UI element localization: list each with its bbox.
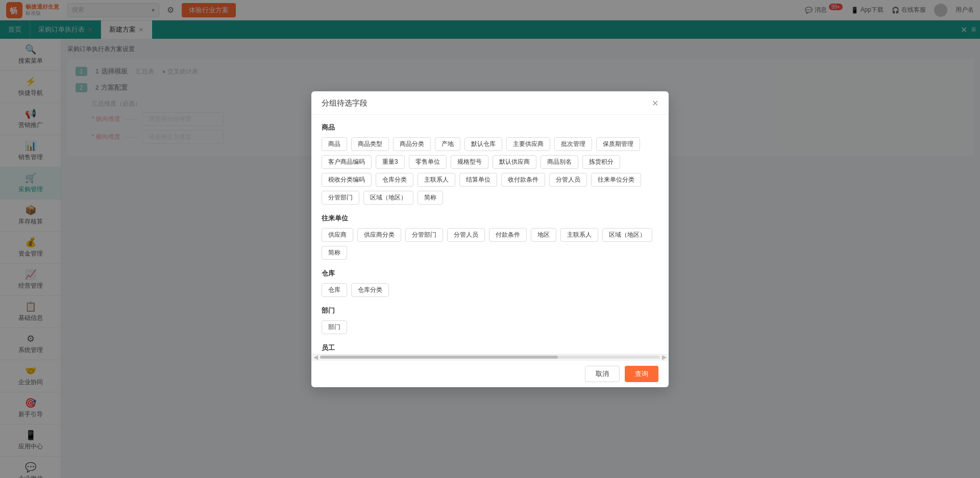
section-warehouse: 仓库 仓库 仓库分类 — [322, 269, 658, 297]
field-tag-supervisor[interactable]: 分管人员 — [549, 173, 587, 187]
modal-field-select: 分组待选字段 ✕ 商品 商品 商品类型 商品分类 产地 默认 — [311, 91, 669, 387]
field-tag-goods[interactable]: 商品 — [322, 137, 347, 151]
field-tag-dept-managed[interactable]: 分管部门 — [322, 191, 359, 205]
field-tag-batch-mgmt[interactable]: 批次管理 — [554, 137, 592, 151]
field-tag-goods-alias[interactable]: 商品别名 — [541, 155, 578, 169]
section-warehouse-title: 仓库 — [322, 269, 658, 278]
field-tag-weight3[interactable]: 重量3 — [376, 155, 405, 169]
section-warehouse-tags: 仓库 仓库分类 — [322, 283, 658, 297]
field-tag-pick-points[interactable]: 拣货积分 — [582, 155, 620, 169]
field-tag-main-contact[interactable]: 主联系人 — [418, 173, 455, 187]
modal-horizontal-scrollbar[interactable]: ◀ ▶ — [311, 354, 669, 360]
modal-title: 分组待选字段 — [322, 98, 368, 108]
close-icon: ✕ — [652, 99, 658, 108]
section-partner-tags: 供应商 供应商分类 分管部门 分管人员 付款条件 地区 主联系人 区域（地区） … — [322, 228, 658, 260]
section-goods-tags: 商品 商品类型 商品分类 产地 默认仓库 主要供应商 批次管理 保质期管理 客户… — [322, 137, 658, 205]
field-tag-goods-cat[interactable]: 商品分类 — [393, 137, 431, 151]
section-department: 部门 部门 — [322, 306, 658, 334]
field-tag-warehouse[interactable]: 仓库 — [322, 283, 347, 297]
field-tag-partner-cat[interactable]: 往来单位分类 — [591, 173, 641, 187]
field-tag-settlement-unit[interactable]: 结算单位 — [459, 173, 497, 187]
modal-header: 分组待选字段 ✕ — [311, 91, 669, 115]
field-tag-region-goods[interactable]: 区域（地区） — [363, 191, 413, 205]
field-tag-main-contact2[interactable]: 主联系人 — [560, 228, 598, 242]
field-tag-expiry[interactable]: 保质期管理 — [596, 137, 640, 151]
main-layout: 🔍 搜索菜单 ⚡ 快捷导航 📢 营销推广 📊 销售管理 🛒 采购管理 📦 库存核… — [0, 39, 980, 478]
section-employee: 员工 业务员 — [322, 343, 658, 354]
field-tag-short-name2[interactable]: 简称 — [322, 246, 347, 260]
field-tag-origin[interactable]: 产地 — [435, 137, 460, 151]
field-tag-supplier-cat[interactable]: 供应商分类 — [357, 228, 401, 242]
modal-footer: 取消 查询 — [311, 360, 669, 387]
section-goods-title: 商品 — [322, 123, 658, 132]
field-tag-region-partner[interactable]: 地区 — [531, 228, 556, 242]
field-tag-dept[interactable]: 部门 — [322, 320, 347, 334]
field-tag-tax-code[interactable]: 税收分类编码 — [322, 173, 372, 187]
content-area: 采购订单执行表方案设置 1 1 选择模板 汇总表 ● 交叉统计表 2 2 方案配… — [61, 39, 980, 478]
field-tag-customer-code[interactable]: 客户商品编码 — [322, 155, 372, 169]
field-tag-warehouse-cat2[interactable]: 仓库分类 — [351, 283, 389, 297]
section-department-title: 部门 — [322, 306, 658, 315]
section-partner: 往来单位 供应商 供应商分类 分管部门 分管人员 付款条件 地区 主联系人 区域… — [322, 214, 658, 260]
modal-close-btn[interactable]: ✕ — [652, 98, 658, 108]
field-tag-payment-terms[interactable]: 收付款条件 — [501, 173, 545, 187]
section-employee-title: 员工 — [322, 343, 658, 353]
field-tag-default-warehouse[interactable]: 默认仓库 — [464, 137, 502, 151]
field-tag-dept-managed2[interactable]: 分管部门 — [405, 228, 443, 242]
section-partner-title: 往来单位 — [322, 214, 658, 223]
field-tag-supplier[interactable]: 供应商 — [322, 228, 353, 242]
field-tag-warehouse-cat[interactable]: 仓库分类 — [376, 173, 413, 187]
section-goods: 商品 商品 商品类型 商品分类 产地 默认仓库 主要供应商 批次管理 保质期管理… — [322, 123, 658, 205]
hscroll-thumb — [320, 356, 558, 359]
modal-overlay: 分组待选字段 ✕ 商品 商品 商品类型 商品分类 产地 默认 — [61, 39, 980, 478]
modal-body[interactable]: 商品 商品 商品类型 商品分类 产地 默认仓库 主要供应商 批次管理 保质期管理… — [311, 115, 669, 354]
field-tag-spec-model[interactable]: 规格型号 — [451, 155, 488, 169]
confirm-button[interactable]: 查询 — [625, 366, 658, 382]
field-tag-supervisor2[interactable]: 分管人员 — [447, 228, 485, 242]
section-department-tags: 部门 — [322, 320, 658, 334]
field-tag-region2[interactable]: 区域（地区） — [602, 228, 652, 242]
field-tag-short-name-goods[interactable]: 简称 — [418, 191, 443, 205]
cancel-button[interactable]: 取消 — [585, 366, 620, 382]
field-tag-goods-type[interactable]: 商品类型 — [351, 137, 389, 151]
field-tag-default-supplier[interactable]: 默认供应商 — [493, 155, 536, 169]
field-tag-main-supplier[interactable]: 主要供应商 — [506, 137, 550, 151]
field-tag-payment-cond[interactable]: 付款条件 — [489, 228, 527, 242]
field-tag-retail-unit[interactable]: 零售单位 — [409, 155, 447, 169]
